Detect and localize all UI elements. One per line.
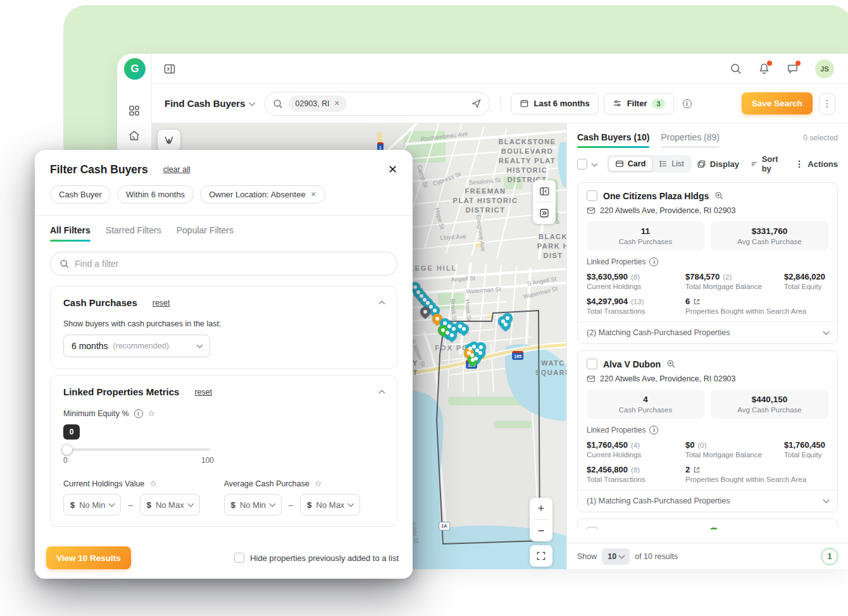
- external-link-icon[interactable]: [693, 466, 701, 474]
- chevron-down-icon: [187, 501, 194, 507]
- zoom-in-button[interactable]: +: [530, 498, 552, 519]
- location-chip[interactable]: 02903, RI ✕: [289, 95, 347, 112]
- notifications-button[interactable]: [758, 63, 770, 75]
- message-dot: [795, 61, 801, 66]
- star-icon[interactable]: [149, 479, 157, 488]
- info-icon[interactable]: [683, 99, 692, 108]
- section-title: Cash Purchases: [63, 297, 137, 308]
- select-value: No Max: [316, 500, 345, 510]
- tab-cash-buyers[interactable]: Cash Buyers (10): [577, 132, 649, 148]
- collapse-results-button[interactable]: [533, 180, 556, 202]
- avatar[interactable]: JS: [815, 59, 834, 78]
- list-badge: ✓: [709, 527, 719, 530]
- avg-purchase-max-select[interactable]: $ No Max: [300, 494, 360, 515]
- actions-button[interactable]: ⋮ Actions: [795, 159, 838, 169]
- zoom-out-button[interactable]: −: [530, 520, 552, 541]
- tab-properties[interactable]: Properties (89): [661, 132, 720, 148]
- stat-cash-purchases: 4 Cash Purchases: [587, 390, 704, 419]
- select-note: (recommended): [113, 342, 169, 350]
- buyer-card[interactable]: Alva V Dubon 220 Atwells Ave, Providence…: [577, 350, 838, 512]
- draw-area-button[interactable]: [158, 130, 180, 151]
- more-options-button[interactable]: [819, 93, 835, 114]
- filter-button[interactable]: Filter 3: [604, 93, 674, 114]
- draw-tool-card: [158, 130, 180, 151]
- close-icon[interactable]: [388, 163, 397, 176]
- select-all-checkbox[interactable]: [577, 159, 587, 169]
- card-checkbox[interactable]: [587, 527, 597, 529]
- buyer-card[interactable]: One Citizens Plaza Hldgs 220 Atwells Ave…: [577, 182, 838, 344]
- cash-purchase-period-select[interactable]: 6 months (recommended): [63, 335, 210, 357]
- grid-icon: [128, 104, 140, 117]
- info-icon[interactable]: [134, 409, 143, 418]
- view-results-button[interactable]: View 10 Results: [46, 546, 131, 569]
- location-search-input[interactable]: 02903, RI ✕: [265, 92, 490, 116]
- currency: $: [307, 500, 311, 510]
- search-button[interactable]: [730, 63, 742, 75]
- tab-popular-filters[interactable]: Popular Filters: [177, 225, 234, 242]
- info-icon[interactable]: [649, 257, 658, 266]
- collapse-panel-button[interactable]: [163, 63, 176, 75]
- reset-link[interactable]: reset: [194, 388, 212, 397]
- metric: 6 Properties Bought within Search Area: [685, 297, 828, 315]
- slider-min: 0: [63, 456, 68, 465]
- collapse-section-icon[interactable]: [379, 301, 385, 307]
- card-checkbox[interactable]: [587, 190, 597, 201]
- zoom-to-icon[interactable]: [666, 359, 676, 369]
- card-checkbox[interactable]: [587, 359, 597, 369]
- remove-chip-icon[interactable]: ✕: [311, 190, 316, 199]
- chevron-down-icon[interactable]: [592, 160, 598, 166]
- avg-purchase-min-select[interactable]: $ No Min: [224, 494, 282, 515]
- external-link-icon[interactable]: [693, 298, 701, 305]
- page-title-dropdown[interactable]: Find Cash Buyers: [165, 98, 254, 109]
- zoom-to-icon[interactable]: [714, 191, 724, 200]
- kebab-icon: ⋮: [795, 159, 804, 169]
- map-pin[interactable]: [420, 307, 430, 317]
- filter-chip[interactable]: Within 6 months: [117, 185, 194, 204]
- star-icon[interactable]: [315, 479, 322, 488]
- sidebar-item-dashboard[interactable]: [128, 104, 140, 120]
- sidebar-item-properties[interactable]: [128, 130, 140, 145]
- messages-button[interactable]: [787, 63, 799, 75]
- slider-handle[interactable]: [61, 444, 73, 455]
- card-view-button[interactable]: Card: [608, 156, 652, 171]
- info-icon[interactable]: [649, 426, 658, 434]
- expand-results-button[interactable]: [533, 202, 556, 224]
- collapse-section-icon[interactable]: [379, 390, 385, 397]
- select-value: No Min: [240, 500, 266, 510]
- star-icon[interactable]: [148, 409, 156, 418]
- show-label: Show: [577, 552, 597, 561]
- hide-properties-checkbox[interactable]: [234, 553, 244, 563]
- zoom-controls: + −: [530, 498, 552, 541]
- reset-link[interactable]: reset: [153, 299, 170, 307]
- filter-chip[interactable]: Owner Location: Absentee ✕: [200, 185, 325, 204]
- buyer-address: 220 Atwells Ave, Providence, RI 02903: [600, 374, 736, 383]
- tab-starred-filters[interactable]: Starred Filters: [106, 225, 161, 242]
- page-number[interactable]: 1: [821, 548, 838, 565]
- holdings-max-select[interactable]: $ No Max: [140, 494, 200, 515]
- equity-slider[interactable]: [63, 448, 210, 451]
- save-search-button[interactable]: Save Search: [742, 92, 813, 114]
- page-size-select[interactable]: 10: [602, 548, 630, 565]
- sort-by-label: Sort by: [762, 154, 784, 173]
- matching-properties-toggle[interactable]: (2) Matching Cash-Purchased Properties: [578, 321, 837, 343]
- remove-location-icon[interactable]: ✕: [334, 99, 340, 108]
- fullscreen-button[interactable]: [530, 545, 552, 567]
- clear-all-link[interactable]: clear all: [163, 165, 190, 174]
- buyer-card[interactable]: 157 Waterman St Assoc ✓: [577, 519, 838, 529]
- view-toggle: Card List: [607, 155, 692, 173]
- filter-chip[interactable]: Cash Buyer: [50, 185, 111, 204]
- list-view-button[interactable]: List: [652, 156, 690, 171]
- chevron-down-icon: [109, 501, 115, 507]
- holdings-min-select[interactable]: $ No Min: [63, 494, 121, 515]
- sort-by-button[interactable]: Sort by: [751, 154, 783, 173]
- filter-search-input[interactable]: [75, 259, 388, 269]
- locate-icon[interactable]: [471, 98, 482, 109]
- filter-search[interactable]: [50, 252, 397, 276]
- metric: $1,760,450Total Equity: [784, 440, 828, 459]
- hide-properties-checkbox-row[interactable]: Hide properties previously added to a li…: [234, 553, 399, 563]
- app-logo[interactable]: G: [124, 58, 146, 80]
- date-range-button[interactable]: Last 6 months: [511, 93, 599, 114]
- matching-properties-toggle[interactable]: (1) Matching Cash-Purchased Properties: [578, 490, 837, 512]
- tab-all-filters[interactable]: All Filters: [50, 225, 90, 242]
- display-button[interactable]: Display: [697, 159, 739, 169]
